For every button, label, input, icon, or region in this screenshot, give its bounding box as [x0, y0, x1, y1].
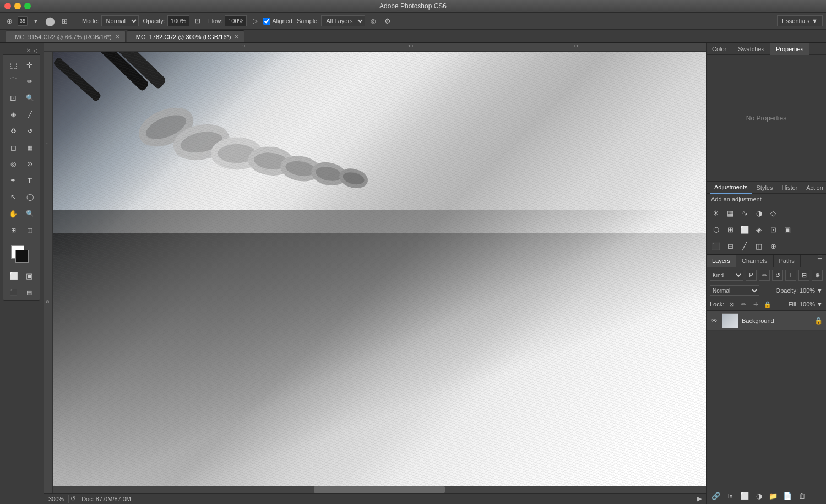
- layers-filter-btn-1[interactable]: P: [746, 270, 757, 281]
- adj-tab-styles[interactable]: Styles: [752, 182, 778, 194]
- adj-tab-action[interactable]: Action: [802, 182, 826, 194]
- extra-tool-2[interactable]: ◫: [22, 222, 37, 238]
- brush-tool[interactable]: ╱: [22, 107, 37, 122]
- crop-tool[interactable]: ⊡: [6, 90, 21, 106]
- foreground-color-swatch[interactable]: [15, 250, 29, 263]
- adj-hsl-icon[interactable]: ⬡: [710, 223, 722, 235]
- layers-mask-icon[interactable]: ⬜: [738, 490, 751, 502]
- adj-colorbal-icon[interactable]: ⊞: [724, 223, 736, 235]
- tab-color[interactable]: Color: [707, 43, 732, 55]
- adj-tab-history[interactable]: Histor: [778, 182, 802, 194]
- adj-threshold-icon[interactable]: ╱: [738, 240, 751, 252]
- layer-visibility-icon[interactable]: 👁: [710, 316, 719, 325]
- scrollbar-thumb[interactable]: [314, 486, 444, 493]
- adj-gradient-icon[interactable]: ◫: [753, 240, 765, 252]
- lasso-tool[interactable]: ⌒: [6, 74, 21, 89]
- shape-tool[interactable]: ◯: [22, 189, 37, 205]
- essentials-button[interactable]: Essentials ▼: [777, 15, 823, 26]
- adj-posterize-icon[interactable]: ⊟: [724, 240, 736, 252]
- layers-new-icon[interactable]: 📄: [781, 490, 794, 502]
- layers-filter-btn-3[interactable]: ↺: [772, 270, 783, 281]
- layers-opacity-arrow[interactable]: ▼: [817, 287, 823, 294]
- sample-icon[interactable]: ◎: [367, 15, 379, 27]
- layers-filter-btn-5[interactable]: ⊟: [798, 270, 809, 281]
- opacity-icon[interactable]: ⊡: [192, 15, 204, 27]
- text-tool[interactable]: T: [22, 173, 37, 188]
- layers-fill-arrow[interactable]: ▼: [817, 301, 823, 308]
- adj-tab-adjustments[interactable]: Adjustments: [710, 182, 752, 194]
- tab-properties[interactable]: Properties: [770, 43, 809, 55]
- quick-select-tool[interactable]: ✏: [22, 74, 37, 89]
- layers-kind-select[interactable]: Kind: [710, 270, 743, 281]
- doc-tab-1-close[interactable]: ✕: [115, 34, 119, 40]
- marquee-tool[interactable]: ⬚: [6, 57, 21, 73]
- layer-item-background[interactable]: 👁 Background 🔒: [707, 311, 826, 331]
- lock-paint-icon[interactable]: ✏: [738, 299, 748, 309]
- spot-heal-tool[interactable]: ⊕: [6, 107, 21, 122]
- aligned-checkbox[interactable]: [263, 18, 270, 25]
- adj-exposure-icon[interactable]: ◑: [753, 207, 765, 219]
- clone-stamp-tool[interactable]: ♻: [6, 123, 21, 139]
- hand-tool[interactable]: ✋: [6, 206, 21, 221]
- history-brush-tool[interactable]: ↺: [22, 123, 37, 139]
- sample-select[interactable]: All Layers Current Layer: [321, 15, 365, 26]
- adj-brightness-icon[interactable]: ☀: [710, 207, 722, 219]
- flow-icon[interactable]: ▷: [249, 15, 261, 27]
- layers-panel-menu[interactable]: ☰: [814, 255, 826, 267]
- layers-tab-layers[interactable]: Layers: [707, 255, 736, 267]
- mode-select[interactable]: Normal Multiply Screen: [101, 15, 139, 26]
- clone-tool-icon[interactable]: ⊞: [58, 15, 70, 27]
- move-tool[interactable]: ✛: [22, 57, 37, 73]
- tab-swatches[interactable]: Swatches: [732, 43, 770, 55]
- minimize-button[interactable]: [14, 3, 21, 9]
- lock-all-icon[interactable]: 🔒: [763, 299, 773, 309]
- screen-mode-tool[interactable]: ▣: [23, 270, 35, 282]
- canvas-image[interactable]: [53, 52, 706, 504]
- layers-blend-select[interactable]: Normal Multiply Screen: [710, 285, 759, 296]
- pen-tool[interactable]: ✒: [6, 173, 21, 188]
- doc-tab-2[interactable]: _MG_1782.CR2 @ 300% (RGB/16*) ✕: [127, 30, 245, 42]
- extra-tool-1[interactable]: ⊞: [6, 222, 21, 238]
- change-screen[interactable]: ▤: [23, 286, 35, 298]
- path-select-tool[interactable]: ↖: [6, 189, 21, 205]
- eraser-tool[interactable]: ◻: [6, 140, 21, 155]
- layers-fx-icon[interactable]: fx: [724, 490, 736, 502]
- lock-position-icon[interactable]: ✛: [751, 299, 760, 309]
- opacity-input[interactable]: [167, 15, 189, 26]
- adj-colorlook-icon[interactable]: ▣: [781, 223, 794, 235]
- layers-filter-btn-4[interactable]: T: [785, 270, 796, 281]
- layers-filter-btn-6[interactable]: ⊕: [812, 270, 823, 281]
- brush-picker-icon[interactable]: ▼: [30, 15, 42, 27]
- layers-link-icon[interactable]: 🔗: [710, 490, 722, 502]
- zoom-tool[interactable]: 🔍: [22, 206, 37, 221]
- adj-selectcolor-icon[interactable]: ⊕: [767, 240, 779, 252]
- tool-icon[interactable]: ⊕: [3, 15, 15, 27]
- gradient-tool[interactable]: ▦: [22, 140, 37, 155]
- layers-adj-icon[interactable]: ◑: [753, 490, 765, 502]
- layers-folder-icon[interactable]: 📁: [767, 490, 779, 502]
- horizontal-scrollbar[interactable]: [53, 486, 706, 493]
- screen-toggle[interactable]: ⬛: [8, 286, 20, 298]
- layers-tab-paths[interactable]: Paths: [774, 255, 801, 267]
- adj-curves-icon[interactable]: ∿: [738, 207, 751, 219]
- canvas-content[interactable]: [53, 52, 706, 504]
- adj-invert-icon[interactable]: ⬛: [710, 240, 722, 252]
- dodge-tool[interactable]: ⊙: [22, 156, 37, 172]
- close-button[interactable]: [4, 3, 11, 9]
- maximize-button[interactable]: [24, 3, 31, 9]
- extras-icon[interactable]: ⚙: [382, 15, 394, 27]
- lock-transparency-icon[interactable]: ⊠: [726, 299, 736, 309]
- blur-tool[interactable]: ◎: [6, 156, 21, 172]
- adj-bw-icon[interactable]: ⬜: [738, 223, 751, 235]
- layers-filter-btn-2[interactable]: ✏: [759, 270, 770, 281]
- flow-input[interactable]: [225, 15, 247, 26]
- quick-mask-tool[interactable]: ⬜: [8, 270, 20, 282]
- layers-tab-channels[interactable]: Channels: [736, 255, 773, 267]
- status-icon[interactable]: ↺: [68, 495, 77, 503]
- canvas-area[interactable]: 9 10 11 4 5: [44, 43, 706, 504]
- adj-channel-icon[interactable]: ⊡: [767, 223, 779, 235]
- adj-photo-icon[interactable]: ◈: [753, 223, 765, 235]
- status-arrow[interactable]: ▶: [697, 495, 702, 502]
- brush-size-icon[interactable]: 35: [18, 16, 28, 26]
- tools-collapse-icon[interactable]: ◁: [33, 47, 37, 53]
